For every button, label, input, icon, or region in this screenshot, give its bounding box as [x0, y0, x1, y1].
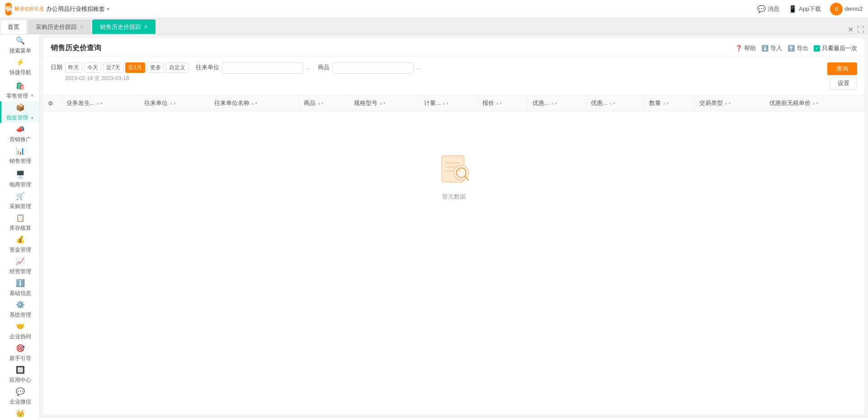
member-icon: 👑: [16, 408, 25, 418]
col-discount1[interactable]: 优惠...▲▼: [528, 95, 586, 111]
last-once-checkbox[interactable]: ✓: [814, 45, 820, 52]
col-partner-name[interactable]: 往来单位名称▲▼: [210, 95, 299, 111]
partner-dots-btn[interactable]: ···: [305, 65, 311, 72]
col-quantity[interactable]: 数量▲▼: [645, 95, 695, 111]
sidebar-item-app-center[interactable]: 🔲 应用中心: [0, 364, 39, 385]
tab-purchase-history[interactable]: 采购历史价跟踪 ✕: [28, 19, 91, 34]
partner-filter-group: 往来单位 ···: [196, 62, 311, 74]
sort-icon-quoted-price: ▲▼: [495, 101, 503, 105]
sidebar-item-ecommerce[interactable]: 🖥️ 电商管理: [0, 168, 39, 190]
sort-icon-spec: ▲▼: [379, 101, 386, 105]
col-discount2[interactable]: 优惠...▲▼: [586, 95, 645, 111]
guide-icon: 🎯: [16, 343, 25, 353]
sort-icon-product: ▲▼: [317, 101, 324, 105]
help-btn[interactable]: ❓ 帮助: [735, 44, 756, 52]
import-icon: ⬇️: [761, 45, 769, 52]
date-btn-7days[interactable]: 近7天: [103, 62, 123, 73]
sidebar-finance-label: 资金管理: [9, 246, 31, 254]
last-once-checkbox-group[interactable]: ✓ 只看最后一次: [814, 44, 857, 52]
sidebar-item-wholesale[interactable]: 📦 批发管理 ▲: [0, 101, 39, 123]
sales-mgmt-icon: 📊: [16, 146, 25, 156]
gear-icon[interactable]: ⚙: [48, 100, 53, 107]
sidebar-item-finance[interactable]: 💰 资金管理: [0, 233, 39, 255]
query-button[interactable]: 查询: [827, 62, 857, 75]
sidebar-item-quick-nav[interactable]: ⚡ 快捷导航: [0, 56, 39, 78]
tab-sales-history[interactable]: 销售历史价跟踪 ✕: [92, 19, 156, 34]
product-label: 商品: [318, 62, 330, 71]
sidebar-item-sales-mgmt[interactable]: 📊 销售管理: [0, 145, 39, 166]
user-menu[interactable]: d demo2: [830, 3, 863, 15]
data-table: ⚙ 业务发生...▲▼ 往来单位▲▼ 往来单位名称▲▼: [43, 95, 864, 111]
maximize-btn[interactable]: ⛶: [857, 26, 864, 34]
col-unit[interactable]: 计量...▲▼: [419, 95, 477, 111]
chevron-up-icon: ▲: [30, 114, 34, 121]
sidebar-basic-info-label: 基础信息: [9, 290, 31, 297]
company-selector[interactable]: 办公用品行业模拟账套 ▾: [46, 5, 109, 13]
sidebar-item-basic-info[interactable]: ℹ️ 基础信息: [0, 277, 39, 299]
sidebar-item-operations[interactable]: 📈 经营管理: [0, 255, 39, 277]
basic-info-icon: ℹ️: [16, 278, 25, 288]
sort-icon-quantity: ▲▼: [662, 101, 670, 105]
sidebar-item-system[interactable]: ⚙️ 系统管理: [0, 299, 39, 320]
sidebar-collab-label: 企业协同: [9, 333, 31, 341]
date-btn-more[interactable]: 更多: [147, 62, 164, 73]
product-input-group: ···: [332, 62, 421, 74]
sidebar-item-enterprise-wechat[interactable]: 💬 企业微信: [0, 385, 39, 407]
close-all-tabs-btn[interactable]: ✕: [848, 25, 854, 34]
sidebar-quick-nav-label: 快捷导航: [9, 69, 31, 76]
date-btn-custom[interactable]: 自定义: [166, 62, 189, 73]
page-header-actions: ❓ 帮助 ⬇️ 导入 ⬆️ 导出 ✓ 只看最后一次: [735, 44, 857, 52]
date-btn-1month[interactable]: 近1月: [125, 62, 146, 73]
settings-button[interactable]: 设置: [830, 77, 857, 90]
message-btn[interactable]: 💬 消息: [757, 5, 779, 13]
sidebar-sales-label: 销售管理: [9, 157, 31, 165]
export-icon: ⬆️: [788, 45, 795, 52]
col-product[interactable]: 商品▲▼: [299, 95, 349, 111]
sidebar-item-search[interactable]: 🔍 搜索菜单: [0, 34, 39, 56]
sidebar-ecommerce-label: 电商管理: [9, 181, 31, 189]
col-partner-code[interactable]: 往来单位▲▼: [140, 95, 210, 111]
export-btn[interactable]: ⬆️ 导出: [788, 44, 808, 52]
col-biz-date[interactable]: 业务发生...▲▼: [61, 95, 140, 111]
table-header-row: ⚙ 业务发生...▲▼ 往来单位▲▼ 往来单位名称▲▼: [43, 95, 864, 111]
sidebar-item-guide[interactable]: 🎯 新手引导: [0, 342, 39, 364]
import-btn[interactable]: ⬇️ 导入: [761, 44, 782, 52]
col-quoted-price[interactable]: 报价▲▼: [478, 95, 528, 111]
main-layout: 🔍 搜索菜单 ⚡ 快捷导航 🛍️ 零售管理 ▼ 📦 批发管理 ▲ 📣 营销推广: [0, 34, 868, 418]
sidebar-item-marketing[interactable]: 📣 营销推广: [0, 123, 39, 145]
last-once-label: 只看最后一次: [822, 44, 857, 52]
purchase-icon: 🛒: [16, 191, 25, 201]
col-no-tax-price[interactable]: 优惠前无税单价▲▼: [764, 95, 864, 111]
product-input[interactable]: [332, 62, 414, 74]
empty-state: 暂无数据: [43, 111, 864, 237]
col-gear[interactable]: ⚙: [43, 95, 61, 111]
date-btn-yesterday[interactable]: 昨天: [65, 62, 82, 73]
chevron-down-icon: ▼: [30, 93, 34, 99]
download-icon: 📱: [788, 5, 797, 13]
sidebar-item-purchase[interactable]: 🛒 采购管理: [0, 190, 39, 212]
sidebar-item-inventory[interactable]: 📋 库存核算: [0, 212, 39, 233]
inventory-icon: 📋: [16, 213, 25, 223]
sidebar-item-member[interactable]: 👑 畅会员: [0, 407, 39, 418]
tab-sales-label: 销售历史价跟踪: [100, 23, 141, 31]
sidebar-item-collab[interactable]: 🤝 企业协同: [0, 320, 39, 342]
sidebar-item-retail[interactable]: 🛍️ 零售管理 ▼: [0, 80, 39, 101]
table-container: ⚙ 业务发生...▲▼ 往来单位▲▼ 往来单位名称▲▼: [43, 95, 864, 414]
product-dots-btn[interactable]: ···: [415, 65, 421, 72]
enterprise-wechat-icon: 💬: [16, 387, 25, 397]
filter-bar: 日期 昨天 今天 近7天 近1月 更多 自定义 2023-02-18 至 202…: [43, 57, 864, 95]
tab-home[interactable]: 首页: [0, 19, 27, 34]
date-btn-today[interactable]: 今天: [84, 62, 101, 73]
marketing-icon: 📣: [16, 124, 25, 134]
tab-sales-close[interactable]: ✕: [144, 24, 148, 29]
date-filter-group: 日期 昨天 今天 近7天 近1月 更多 自定义 2023-02-18 至 202…: [51, 62, 189, 82]
page-header: 销售历史价查询 ❓ 帮助 ⬇️ 导入 ⬆️ 导出 ✓: [43, 38, 864, 57]
finance-icon: 💰: [16, 235, 25, 245]
col-trade-type[interactable]: 交易类型▲▼: [694, 95, 764, 111]
partner-input[interactable]: [222, 62, 303, 74]
sort-icon-unit: ▲▼: [442, 101, 449, 105]
tab-purchase-close[interactable]: ✕: [80, 24, 84, 29]
topbar-right: 💬 消息 📱 App下载 d demo2: [757, 3, 863, 15]
app-download-btn[interactable]: 📱 App下载: [788, 5, 821, 13]
col-spec[interactable]: 规格型号▲▼: [349, 95, 420, 111]
